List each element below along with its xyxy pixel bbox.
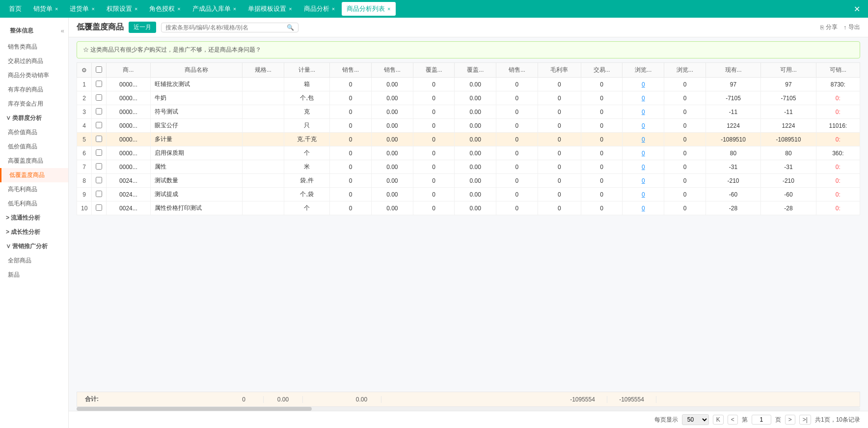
main-layout: 整体信息 « 销售类商品 交易过的商品 商品分类动销率 有库存的商品 库存资金占… bbox=[0, 18, 868, 428]
global-close-button[interactable]: ✕ bbox=[850, 4, 864, 14]
sidebar-item-low-margin[interactable]: 低毛利商品 bbox=[0, 197, 68, 211]
row-sales3: 0 bbox=[496, 78, 538, 91]
sidebar-item-high-value[interactable]: 高价值商品 bbox=[0, 125, 68, 140]
row-browse1[interactable]: 0 bbox=[623, 119, 664, 133]
row-num: 8 bbox=[77, 174, 92, 188]
nav-role-auth[interactable]: 角色授权 × bbox=[144, 2, 185, 16]
share-button[interactable]: ⎘ 分享 bbox=[820, 23, 838, 31]
nav-close-storage[interactable]: × bbox=[233, 6, 236, 12]
sidebar-item-high-coverage[interactable]: 高覆盖度商品 bbox=[0, 154, 68, 168]
date-filter-button[interactable]: 近一月 bbox=[129, 22, 156, 33]
row-checkbox[interactable] bbox=[92, 188, 107, 201]
nav-product-analysis-list[interactable]: 商品分析列表 × bbox=[342, 2, 395, 16]
row-gross-margin: 0 bbox=[538, 174, 581, 188]
nav-close-template[interactable]: × bbox=[289, 6, 292, 12]
row-browse1[interactable]: 0 bbox=[623, 91, 664, 105]
sidebar-item-stocked-goods[interactable]: 有库存的商品 bbox=[0, 83, 68, 97]
row-browse1[interactable]: 0 bbox=[623, 133, 664, 146]
col-header-browse2: 浏览... bbox=[664, 63, 706, 78]
row-checkbox[interactable] bbox=[92, 78, 107, 91]
sidebar-item-traded-goods[interactable]: 交易过的商品 bbox=[0, 54, 68, 68]
prev-page-button[interactable]: < bbox=[728, 415, 738, 425]
page-number-input[interactable] bbox=[752, 415, 771, 425]
row-cover1: 0 bbox=[413, 133, 455, 146]
nav-close-purchase[interactable]: × bbox=[91, 6, 94, 12]
row-sales-amt: 0.00 bbox=[372, 174, 413, 188]
row-num: 5 bbox=[77, 133, 92, 146]
search-input[interactable] bbox=[165, 24, 287, 31]
row-checkbox[interactable] bbox=[92, 146, 107, 160]
table-row: 40000...眼宝公仔只00.0000.0000000122412241101… bbox=[77, 119, 860, 133]
row-checkbox[interactable] bbox=[92, 105, 107, 119]
row-available-qty: -1089510 bbox=[761, 133, 816, 146]
row-code: 0000... bbox=[107, 78, 150, 91]
nav-close-role[interactable]: × bbox=[177, 6, 180, 12]
sidebar-item-low-coverage[interactable]: 低覆盖度商品 bbox=[0, 168, 68, 182]
nav-close-analysis-list[interactable]: × bbox=[387, 6, 390, 12]
sidebar-item-sales-goods[interactable]: 销售类商品 bbox=[0, 40, 68, 54]
sidebar-item-all-goods[interactable]: 全部商品 bbox=[0, 254, 68, 268]
sidebar-collapse-btn[interactable]: « bbox=[61, 27, 64, 34]
nav-close-sales[interactable]: × bbox=[55, 6, 58, 12]
row-available-qty: -28 bbox=[761, 201, 816, 215]
row-checkbox[interactable] bbox=[92, 133, 107, 146]
row-browse1[interactable]: 0 bbox=[623, 201, 664, 215]
nav-product-analysis[interactable]: 商品分析 × bbox=[299, 2, 340, 16]
search-icon[interactable]: 🔍 bbox=[287, 24, 294, 31]
settings-column-header[interactable]: ⚙ bbox=[77, 63, 92, 78]
sidebar-overall-section[interactable]: 整体信息 bbox=[4, 24, 61, 38]
page-title: 低覆盖度商品 bbox=[77, 22, 124, 32]
sidebar-coverage-section[interactable]: ∨ 类群度分析 bbox=[0, 111, 68, 125]
row-name: 牛奶 bbox=[150, 91, 243, 105]
row-sales-amt: 0.00 bbox=[372, 188, 413, 201]
nav-close-analysis[interactable]: × bbox=[332, 6, 335, 12]
nav-close-permissions[interactable]: × bbox=[135, 6, 137, 12]
row-browse1[interactable]: 0 bbox=[623, 174, 664, 188]
sidebar-item-new-goods[interactable]: 新品 bbox=[0, 268, 68, 282]
select-all-checkbox[interactable] bbox=[96, 66, 102, 73]
row-cover1: 0 bbox=[413, 188, 455, 201]
row-current-qty: 97 bbox=[705, 78, 760, 91]
sidebar-item-low-value[interactable]: 低价值商品 bbox=[0, 140, 68, 154]
row-browse2: 0 bbox=[664, 78, 706, 91]
per-page-select[interactable]: 50 100 200 bbox=[682, 414, 709, 425]
nav-home[interactable]: 首页 bbox=[4, 2, 27, 16]
row-checkbox[interactable] bbox=[92, 174, 107, 188]
sidebar-item-high-margin[interactable]: 高毛利商品 bbox=[0, 182, 68, 197]
row-sales-amt: 0.00 bbox=[372, 119, 413, 133]
row-unit: 米 bbox=[284, 160, 330, 174]
search-box: 🔍 bbox=[161, 23, 298, 32]
sidebar-item-category-turnover[interactable]: 商品分类动销率 bbox=[0, 68, 68, 83]
row-browse1[interactable]: 0 bbox=[623, 160, 664, 174]
row-checkbox[interactable] bbox=[92, 119, 107, 133]
row-checkbox[interactable] bbox=[92, 160, 107, 174]
nav-product-storage[interactable]: 产成品入库单 × bbox=[188, 2, 241, 16]
nav-template-settings[interactable]: 单据模板设置 × bbox=[243, 2, 297, 16]
row-checkbox[interactable] bbox=[92, 91, 107, 105]
sidebar-market-section[interactable]: ∨ 营销推广分析 bbox=[0, 239, 68, 254]
row-browse2: 0 bbox=[664, 119, 706, 133]
sidebar-flow-section[interactable]: > 流通性分析 bbox=[0, 211, 68, 225]
next-page-button[interactable]: > bbox=[785, 415, 795, 425]
row-code: 0000... bbox=[107, 146, 150, 160]
row-browse1[interactable]: 0 bbox=[623, 78, 664, 91]
summary-current-qty: -1095554 bbox=[558, 396, 607, 403]
sidebar-growth-section[interactable]: > 成长性分析 bbox=[0, 225, 68, 239]
row-checkbox[interactable] bbox=[92, 201, 107, 215]
sidebar-item-stock-capital[interactable]: 库存资金占用 bbox=[0, 97, 68, 111]
row-available-qty: 1224 bbox=[761, 119, 816, 133]
last-page-button[interactable]: >| bbox=[799, 415, 811, 425]
row-browse1[interactable]: 0 bbox=[623, 188, 664, 201]
table-container: ⚙ 商... 商品名称 规格... 计量... 销售... 销售... 覆盖..… bbox=[77, 62, 860, 392]
row-browse2: 0 bbox=[664, 160, 706, 174]
scrollbar-thumb[interactable] bbox=[77, 407, 312, 411]
nav-sales-order[interactable]: 销货单 × bbox=[28, 2, 63, 16]
horizontal-scrollbar[interactable] bbox=[77, 407, 860, 411]
first-page-button[interactable]: K bbox=[713, 415, 724, 425]
nav-permissions[interactable]: 权限设置 × bbox=[102, 2, 142, 16]
row-browse1[interactable]: 0 bbox=[623, 146, 664, 160]
nav-purchase-order[interactable]: 进货单 × bbox=[65, 2, 99, 16]
row-browse1[interactable]: 0 bbox=[623, 105, 664, 119]
row-cover2: 0.00 bbox=[455, 119, 496, 133]
export-button[interactable]: ↑ 导出 bbox=[843, 23, 860, 31]
